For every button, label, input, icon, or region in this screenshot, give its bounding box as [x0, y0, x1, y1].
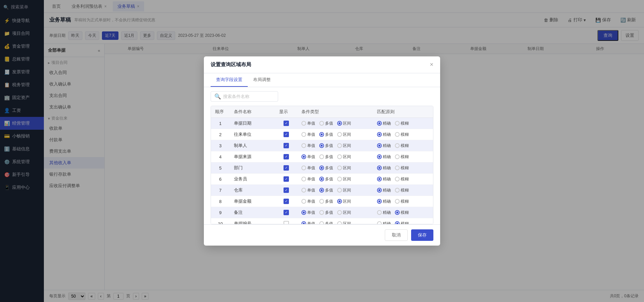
show-checkbox[interactable] [284, 199, 289, 204]
radio-single[interactable]: 单值 [301, 199, 315, 204]
radio-single[interactable]: 单值 [301, 121, 315, 126]
radio-circle-match-precise [377, 188, 382, 193]
radio-multi[interactable]: 多值 [319, 176, 333, 182]
radio-match-fuzzy[interactable]: 模糊 [395, 176, 409, 182]
radio-match-fuzzy[interactable]: 模糊 [395, 187, 409, 193]
row-show-cell[interactable] [275, 151, 298, 162]
show-checkbox[interactable] [284, 176, 289, 182]
modal-close-button[interactable]: × [430, 61, 433, 68]
radio-single[interactable]: 单值 [301, 143, 315, 149]
row-show-cell[interactable] [275, 207, 298, 218]
radio-match-fuzzy[interactable]: 模糊 [395, 199, 409, 204]
radio-match-precise[interactable]: 精确 [377, 187, 391, 193]
cancel-button[interactable]: 取消 [385, 229, 408, 241]
radio-multi[interactable]: 多值 [319, 165, 333, 171]
radio-match-fuzzy[interactable]: 模糊 [395, 132, 409, 137]
radio-single[interactable]: 单值 [301, 154, 315, 160]
modal-tab-layout[interactable]: 布局调整 [248, 73, 276, 87]
row-show-cell[interactable] [275, 129, 298, 140]
radio-match-precise[interactable]: 精确 [377, 154, 391, 160]
row-show-cell[interactable] [275, 174, 298, 185]
show-checkbox[interactable] [284, 221, 289, 224]
radio-range[interactable]: 区间 [337, 176, 351, 182]
radio-single[interactable]: 单值 [301, 165, 315, 171]
radio-multi[interactable]: 多值 [319, 210, 333, 216]
radio-range[interactable]: 区间 [337, 154, 351, 160]
row-show-cell[interactable] [275, 162, 298, 174]
radio-single[interactable]: 单值 [301, 187, 315, 193]
radio-match-precise[interactable]: 精确 [377, 132, 391, 137]
radio-single[interactable]: 单值 [301, 132, 315, 137]
radio-multi[interactable]: 多值 [319, 121, 333, 126]
radio-circle-match-fuzzy [395, 221, 400, 224]
radio-match-precise[interactable]: 精确 [377, 210, 391, 216]
modal-tabs: 查询字段设置 布局调整 [204, 73, 440, 87]
th-name: 条件名称 [230, 106, 275, 118]
radio-multi[interactable]: 多值 [319, 154, 333, 160]
radio-range[interactable]: 区间 [337, 221, 351, 225]
show-checkbox[interactable] [284, 187, 289, 193]
radio-single[interactable]: 单值 [301, 176, 315, 182]
row-match-rule: 精确模糊 [373, 218, 433, 225]
radio-range[interactable]: 区间 [337, 143, 351, 149]
radio-circle-multi [319, 188, 324, 193]
radio-circle-match-fuzzy [395, 177, 400, 181]
show-checkbox[interactable] [284, 132, 289, 137]
radio-match-fuzzy[interactable]: 模糊 [395, 154, 409, 160]
row-condition-name: 制单人 [230, 140, 275, 151]
row-condition-type: 单值多值区间 [297, 185, 373, 196]
radio-range[interactable]: 区间 [337, 210, 351, 216]
radio-circle-range [337, 199, 342, 204]
row-show-cell[interactable] [275, 218, 298, 225]
radio-multi[interactable]: 多值 [319, 187, 333, 193]
radio-match-fuzzy[interactable]: 模糊 [395, 221, 409, 225]
show-checkbox[interactable] [284, 210, 289, 215]
radio-circle-range [337, 177, 342, 181]
radio-match-fuzzy[interactable]: 模糊 [395, 143, 409, 149]
radio-match-precise[interactable]: 精确 [377, 199, 391, 204]
radio-circle-match-precise [377, 221, 382, 224]
show-checkbox[interactable] [284, 165, 289, 171]
modal-save-button[interactable]: 保存 [411, 229, 433, 241]
radio-circle-range [337, 166, 342, 170]
radio-circle-range [337, 143, 342, 148]
row-condition-type: 单值多值区间 [297, 174, 373, 185]
radio-range[interactable]: 区间 [337, 187, 351, 193]
radio-match-precise[interactable]: 精确 [377, 221, 391, 225]
table-row: 10单据编号单值多值区间精确模糊 [211, 218, 433, 225]
modal-search-input[interactable] [223, 94, 277, 99]
radio-range[interactable]: 区间 [337, 199, 351, 204]
radio-multi[interactable]: 多值 [319, 221, 333, 225]
radio-match-precise[interactable]: 精确 [377, 143, 391, 149]
table-row: 6业务员单值多值区间精确模糊 [211, 174, 433, 185]
show-checkbox[interactable] [284, 121, 289, 126]
row-condition-name: 往来单位 [230, 129, 275, 140]
radio-range[interactable]: 区间 [337, 165, 351, 171]
radio-multi[interactable]: 多值 [319, 132, 333, 137]
radio-match-fuzzy[interactable]: 模糊 [395, 210, 409, 216]
radio-range[interactable]: 区间 [337, 121, 351, 126]
radio-match-fuzzy[interactable]: 模糊 [395, 121, 409, 126]
row-condition-name: 备注 [230, 207, 275, 218]
radio-multi[interactable]: 多值 [319, 143, 333, 149]
show-checkbox[interactable] [284, 143, 289, 148]
radio-match-precise[interactable]: 精确 [377, 121, 391, 126]
radio-match-precise[interactable]: 精确 [377, 165, 391, 171]
radio-match-precise[interactable]: 精确 [377, 176, 391, 182]
radio-range[interactable]: 区间 [337, 132, 351, 137]
row-order: 6 [211, 174, 230, 185]
row-show-cell[interactable] [275, 185, 298, 196]
show-checkbox[interactable] [284, 154, 289, 159]
row-show-cell[interactable] [275, 196, 298, 207]
row-condition-type: 单值多值区间 [297, 151, 373, 162]
radio-single[interactable]: 单值 [301, 210, 315, 216]
modal-table: 顺序 条件名称 显示 条件类型 匹配原则 1单据日期单值多值区间精确模糊2往来单… [211, 106, 433, 224]
modal-tab-query-fields[interactable]: 查询字段设置 [211, 73, 248, 87]
row-order: 2 [211, 129, 230, 140]
radio-multi[interactable]: 多值 [319, 199, 333, 204]
radio-single[interactable]: 单值 [301, 221, 315, 225]
radio-match-fuzzy[interactable]: 模糊 [395, 165, 409, 171]
row-show-cell[interactable] [275, 140, 298, 151]
row-show-cell[interactable] [275, 118, 298, 129]
radio-circle-single [301, 143, 306, 148]
